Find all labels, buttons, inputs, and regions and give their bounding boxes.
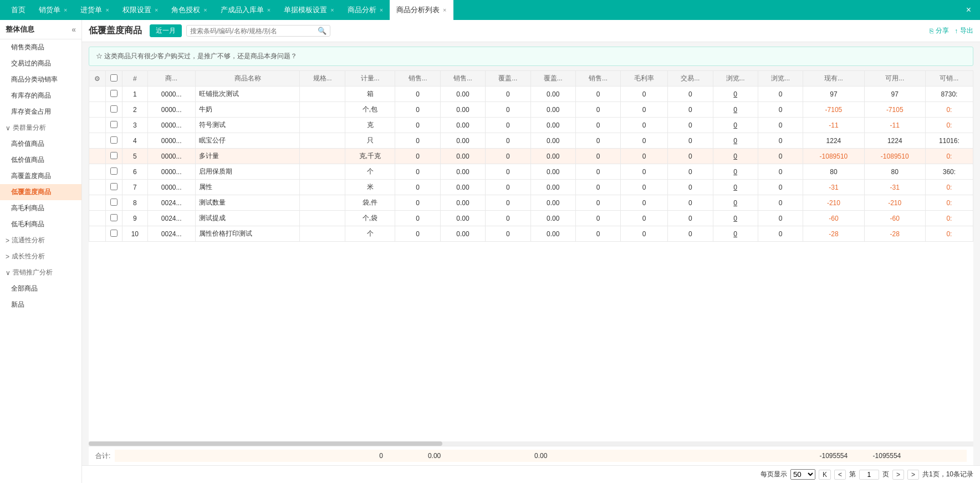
sidebar-item-high-value[interactable]: 高价值商品: [0, 136, 81, 152]
share-button[interactable]: ⎘ 分享: [930, 26, 949, 35]
row-checkbox[interactable]: [110, 121, 118, 128]
close-icon[interactable]: ×: [155, 7, 158, 13]
cell-name: 属性价格打印测试: [195, 226, 300, 242]
cell-browse1[interactable]: 0: [713, 226, 758, 242]
data-table-wrapper: ⚙ # 商... 商品名称 规格... 计量... 销售... 销售... 覆盖…: [89, 70, 973, 441]
next-page-button[interactable]: >: [892, 470, 904, 480]
cell-sales-qty2: 0: [575, 87, 620, 102]
sidebar-item-traded-products[interactable]: 交易过的商品: [0, 55, 81, 72]
cell-unit: 个,包: [345, 102, 395, 118]
close-icon[interactable]: ×: [443, 7, 446, 13]
sidebar-item-high-margin[interactable]: 高毛利商品: [0, 200, 81, 216]
cell-checkbox[interactable]: [106, 211, 122, 226]
th-settings[interactable]: ⚙: [89, 71, 106, 87]
row-checkbox[interactable]: [110, 90, 118, 97]
cell-browse1[interactable]: 0: [713, 180, 758, 195]
nav-product-warehouse[interactable]: 产成品入库单 ×: [214, 0, 277, 20]
cell-browse1[interactable]: 0: [713, 149, 758, 164]
export-button[interactable]: ↑ 导出: [955, 26, 973, 35]
row-checkbox[interactable]: [110, 214, 118, 221]
cell-spec: [300, 149, 345, 164]
cell-browse1[interactable]: 0: [713, 102, 758, 118]
cell-checkbox[interactable]: [106, 149, 122, 164]
sidebar-item-sales-products[interactable]: 销售类商品: [0, 39, 81, 55]
sidebar-collapse-button[interactable]: «: [72, 25, 76, 34]
page-number-input[interactable]: [859, 470, 879, 480]
horizontal-scrollbar[interactable]: [89, 441, 973, 446]
th-trade: 交易...: [668, 71, 713, 87]
cell-browse1[interactable]: 0: [713, 87, 758, 102]
th-checkbox[interactable]: [106, 71, 122, 87]
page-size-select[interactable]: 50 100 200: [790, 469, 815, 480]
table-row: 5 0000... 多计量 克,千克 0 0.00 0 0.00 0 0 0 0…: [89, 149, 973, 164]
chevron-down-icon: ∨: [6, 124, 11, 132]
th-spec: 规格...: [300, 71, 345, 87]
sidebar-item-low-margin[interactable]: 低毛利商品: [0, 216, 81, 232]
close-icon[interactable]: ×: [267, 7, 270, 13]
nav-purchase-order[interactable]: 进货单 ×: [74, 0, 115, 20]
table-row: 8 0024... 测试数量 袋,件 0 0.00 0 0.00 0 0 0 0…: [89, 195, 973, 211]
time-filter-button[interactable]: 近一月: [150, 24, 182, 37]
cell-spec: [300, 118, 345, 133]
cell-no: 2: [122, 102, 148, 118]
sidebar-item-in-stock-products[interactable]: 有库存的商品: [0, 88, 81, 104]
th-avail-stock: 可用...: [864, 71, 925, 87]
sidebar-group-liquidity[interactable]: > 流通性分析: [0, 232, 81, 248]
prev-page-button[interactable]: <: [834, 470, 846, 480]
close-all-button[interactable]: ×: [962, 5, 976, 15]
sidebar-item-category-turnover[interactable]: 商品分类动销率: [0, 72, 81, 88]
nav-template-settings[interactable]: 单据模板设置 ×: [277, 0, 340, 20]
close-icon[interactable]: ×: [105, 7, 109, 13]
cell-browse1[interactable]: 0: [713, 133, 758, 149]
sidebar-item-capital-occupation[interactable]: 库存资金占用: [0, 104, 81, 120]
cell-checkbox[interactable]: [106, 133, 122, 149]
row-checkbox[interactable]: [110, 230, 118, 237]
cell-cur-stock: 80: [803, 164, 864, 180]
sidebar-group-growth[interactable]: > 成长性分析: [0, 248, 81, 265]
sidebar-group-cluster-analysis[interactable]: ∨ 类群量分析: [0, 120, 81, 136]
cell-browse1[interactable]: 0: [713, 195, 758, 211]
nav-permission-settings[interactable]: 权限设置 ×: [116, 0, 165, 20]
nav-product-analysis-list[interactable]: 商品分析列表 ×: [390, 0, 453, 20]
last-page-button[interactable]: >: [907, 470, 919, 480]
row-checkbox[interactable]: [110, 152, 118, 159]
close-icon[interactable]: ×: [64, 7, 67, 13]
sidebar-item-low-coverage[interactable]: 低覆盖度商品: [0, 184, 81, 200]
row-checkbox[interactable]: [110, 183, 118, 190]
close-icon[interactable]: ×: [203, 7, 207, 13]
cell-browse1[interactable]: 0: [713, 211, 758, 226]
nav-product-analysis[interactable]: 商品分析 ×: [341, 0, 390, 20]
row-checkbox[interactable]: [110, 105, 118, 113]
cell-unit: 只: [345, 133, 395, 149]
cell-checkbox[interactable]: [106, 195, 122, 211]
cell-browse1[interactable]: 0: [713, 118, 758, 133]
nav-home[interactable]: 首页: [4, 0, 32, 20]
cell-cover1: 0: [486, 133, 530, 149]
cell-checkbox[interactable]: [106, 226, 122, 242]
nav-sales-order[interactable]: 销货单 ×: [32, 0, 74, 20]
sidebar-item-all-products[interactable]: 全部商品: [0, 281, 81, 297]
cell-checkbox[interactable]: [106, 118, 122, 133]
cell-browse1[interactable]: 0: [713, 164, 758, 180]
cell-unit: 袋,件: [345, 195, 395, 211]
row-checkbox[interactable]: [110, 199, 118, 206]
select-all-checkbox[interactable]: [110, 74, 118, 82]
footer-cover1: [461, 450, 514, 462]
cell-trade: 0: [668, 195, 713, 211]
row-checkbox[interactable]: [110, 136, 118, 144]
cell-checkbox[interactable]: [106, 164, 122, 180]
search-input[interactable]: [190, 27, 318, 35]
sidebar-group-marketing[interactable]: ∨ 营销推广分析: [0, 265, 81, 281]
first-page-button[interactable]: K: [819, 470, 831, 480]
row-checkbox[interactable]: [110, 167, 118, 175]
cell-checkbox[interactable]: [106, 180, 122, 195]
cell-checkbox[interactable]: [106, 102, 122, 118]
close-icon[interactable]: ×: [330, 7, 334, 13]
cell-checkbox[interactable]: [106, 87, 122, 102]
sidebar-item-high-coverage[interactable]: 高覆盖度商品: [0, 168, 81, 184]
sidebar-item-new-products[interactable]: 新品: [0, 297, 81, 313]
nav-role-auth[interactable]: 角色授权 ×: [165, 0, 213, 20]
cell-gross-rate: 0: [621, 226, 668, 242]
sidebar-item-low-value[interactable]: 低价值商品: [0, 152, 81, 168]
close-icon[interactable]: ×: [380, 7, 383, 13]
